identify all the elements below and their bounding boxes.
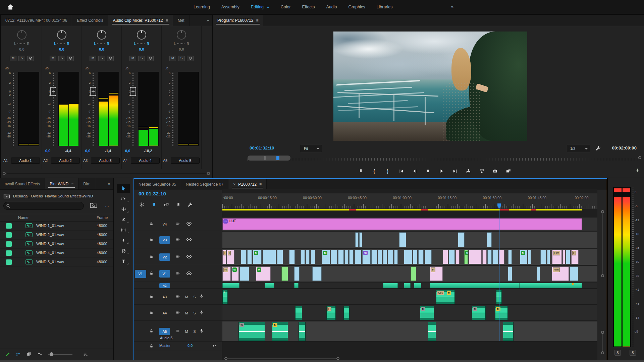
project-tab[interactable]: awaii Sound Effects — [0, 178, 45, 189]
master-solo-button[interactable]: S — [630, 350, 636, 356]
mute-button[interactable]: M — [169, 56, 176, 61]
video-clip[interactable] — [492, 250, 498, 264]
video-clip[interactable] — [344, 250, 348, 264]
item-name[interactable]: WIND 2_01.wav — [36, 233, 64, 237]
program-playhead[interactable] — [276, 156, 279, 160]
sync-lock-icon[interactable] — [175, 254, 180, 259]
search-bin-icon[interactable] — [90, 202, 97, 208]
label-color-swatch[interactable] — [6, 250, 12, 256]
video-clip[interactable] — [311, 250, 316, 264]
mute-button[interactable]: M — [129, 56, 136, 61]
timeline-tab[interactable]: ×P1600712≡ — [228, 179, 267, 190]
program-timecode[interactable]: 00:01:32:10 — [250, 145, 274, 150]
panel-menu-icon[interactable]: ≡ — [256, 18, 258, 23]
video-clip[interactable]: fx — [520, 250, 527, 264]
mixer-tab[interactable]: Audio Clip Mixer: P1600712≡ — [108, 15, 173, 26]
fader-track[interactable] — [53, 72, 54, 146]
pan-knob[interactable] — [137, 30, 146, 40]
panel-menu-icon[interactable]: ≡ — [259, 182, 262, 187]
eye-icon[interactable] — [186, 254, 192, 259]
video-clip[interactable] — [312, 266, 322, 281]
track-target-button[interactable]: A4 — [159, 309, 170, 317]
sync-lock-icon[interactable] — [175, 294, 180, 299]
video-clip[interactable]: I — [222, 250, 226, 264]
video-clip[interactable] — [482, 250, 487, 264]
in-point-handle[interactable] — [264, 156, 266, 160]
stop-button[interactable] — [423, 167, 433, 175]
pan-value[interactable]: 0,0 — [122, 47, 161, 51]
export-frame-button[interactable] — [490, 167, 500, 175]
timeline-ruler[interactable]: :00:0000:00:15:0000:00:30:0000:00:45:000… — [222, 193, 597, 209]
fader-value[interactable]: 0,0 — [125, 149, 130, 153]
timeline-tab[interactable]: Nested Sequence 07 — [181, 179, 228, 190]
lock-icon[interactable] — [149, 344, 154, 348]
lock-icon[interactable] — [149, 329, 154, 333]
snap-icon[interactable] — [152, 202, 156, 207]
video-clip[interactable]: Film — [552, 250, 562, 264]
track-lane-v2[interactable]: IIfxfxfxfxfxFilmF — [222, 249, 597, 265]
video-clip[interactable]: Fi — [430, 266, 443, 281]
mark-out-button[interactable]: } — [383, 167, 393, 175]
audio-clip[interactable]: Coufx — [436, 290, 455, 304]
audio-clip[interactable] — [295, 306, 302, 320]
lock-icon[interactable] — [149, 271, 154, 276]
video-clip[interactable]: fx — [322, 250, 330, 264]
lock-icon[interactable] — [149, 222, 154, 226]
video-clip[interactable] — [301, 250, 305, 264]
selection-tool[interactable] — [117, 184, 130, 193]
video-clip[interactable] — [566, 250, 570, 264]
clip-gain-value[interactable]: -1,4 — [97, 149, 119, 153]
project-tab[interactable]: Bin: — [78, 178, 95, 189]
video-clip[interactable]: fx — [362, 250, 371, 264]
mark-in-button[interactable]: { — [369, 167, 379, 175]
search-input[interactable] — [12, 204, 79, 208]
go-to-in-button[interactable] — [396, 167, 406, 175]
write-keyframes-button[interactable] — [107, 56, 114, 61]
sync-lock-icon[interactable] — [175, 237, 180, 242]
video-clip[interactable] — [458, 232, 465, 247]
audio-clip[interactable]: Fi — [326, 306, 336, 320]
lift-button[interactable] — [463, 167, 473, 175]
clip-gain-value[interactable]: -4,4 — [57, 149, 79, 153]
mute-button[interactable]: M — [90, 56, 96, 61]
video-clip[interactable] — [331, 250, 337, 264]
pan-slider[interactable]: LR — [162, 42, 201, 46]
label-color-swatch[interactable] — [6, 241, 12, 247]
navigate-up-folder-icon[interactable] — [3, 193, 10, 199]
fader-handle[interactable] — [130, 87, 136, 96]
track-target-button[interactable]: A2 — [159, 283, 170, 288]
video-clip[interactable] — [294, 266, 300, 281]
channel-name[interactable]: Audio 4 — [131, 158, 160, 164]
audio-clip[interactable]: fx — [272, 322, 288, 341]
video-clip[interactable] — [540, 250, 546, 264]
video-clip[interactable] — [383, 250, 387, 264]
audio-clip-strip[interactable] — [265, 283, 274, 288]
mute-button[interactable]: M — [10, 56, 16, 61]
video-clip[interactable] — [378, 250, 382, 264]
pan-slider[interactable]: LR — [42, 42, 82, 46]
video-clip[interactable] — [508, 250, 512, 264]
workspace-tab-audio[interactable]: Audio — [321, 0, 343, 14]
video-clip[interactable] — [413, 250, 417, 264]
video-clip[interactable] — [469, 250, 482, 264]
audio-clip[interactable] — [343, 306, 350, 320]
mixer-overflow[interactable]: » — [204, 15, 212, 26]
go-to-out-button[interactable] — [450, 167, 460, 175]
video-clip[interactable] — [281, 266, 288, 281]
solo-button[interactable]: S — [58, 56, 65, 61]
mute-button[interactable]: M — [50, 56, 56, 61]
panel-menu-icon[interactable]: ≡ — [71, 182, 73, 186]
workspace-menu-icon[interactable]: ≡ — [267, 4, 269, 9]
column-name[interactable]: Name — [18, 216, 29, 220]
pan-knob[interactable] — [177, 30, 186, 40]
mic-icon[interactable] — [200, 310, 204, 315]
solo-button[interactable]: S — [18, 56, 25, 61]
video-clip[interactable] — [528, 250, 531, 264]
track-target-button[interactable]: V3 — [159, 236, 170, 244]
mixer-tab[interactable]: Effect Controls — [72, 15, 108, 26]
pan-slider[interactable]: LR — [2, 42, 42, 46]
sort-options-icon[interactable] — [83, 352, 88, 357]
video-clip[interactable] — [404, 250, 412, 264]
item-name[interactable]: WIND 1_01.wav — [36, 224, 64, 228]
track-select-forward-tool[interactable] — [117, 194, 130, 203]
